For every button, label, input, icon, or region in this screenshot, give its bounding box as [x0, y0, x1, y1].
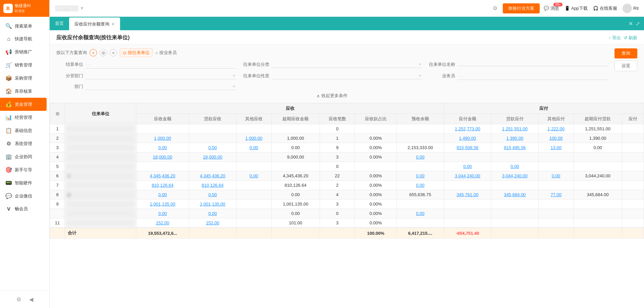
ap-amount-link[interactable]: 1,252,773.00 [455, 126, 480, 131]
ar-loan-link[interactable]: 4,345,436.20 [200, 173, 225, 178]
tab-close-icon[interactable]: ✕ [111, 22, 115, 27]
ar-loan-cell: 4,345,436.20 [189, 171, 236, 181]
ap-amount-link[interactable]: 3,044,240.00 [455, 173, 480, 178]
ap-loan-link[interactable]: 345,684.00 [504, 192, 526, 197]
ar-loan-header: 贷款应收 [189, 114, 236, 124]
ap-amount-link[interactable]: 1,490.00 [459, 136, 476, 141]
sidebar-item-inventory[interactable]: 🏠 库存核算 [0, 85, 49, 98]
ar-loan-link[interactable]: 152.00 [206, 220, 219, 225]
refresh-button[interactable]: ↺ 刷新 [624, 35, 637, 41]
footer-ar-ratio: 100.00% [355, 228, 396, 238]
setting-button[interactable]: 设置 [614, 60, 637, 71]
ap-other-link[interactable]: 1,222.00 [547, 126, 565, 131]
ap-other-link[interactable]: 13.00 [550, 145, 561, 150]
sidebar-item-hardware[interactable]: 📟 智能硬件 [0, 176, 49, 189]
sidebar-logo: B 畅捷通叫 标准版 [0, 0, 49, 17]
online-service-button[interactable]: 🎧 在线客服 [593, 5, 617, 11]
ar-loan-link[interactable]: 810,126.64 [202, 183, 223, 188]
ar-other-link[interactable]: 0.00 [250, 145, 258, 150]
ap-other-link[interactable]: 77.00 [550, 192, 561, 197]
wanglai-name-input[interactable] [458, 63, 608, 66]
wanglai-fenlei-input[interactable]: ▼ [272, 61, 422, 68]
ap-amount-link[interactable]: 0.00 [463, 164, 472, 169]
ap-loan-link[interactable]: 3,044,240.00 [502, 173, 528, 178]
sidebar-item-wechat[interactable]: 💬 企业微信 [0, 189, 49, 203]
resize-window-icon[interactable]: ⤢ [636, 20, 640, 27]
ap-group-header: 应付 [444, 103, 644, 114]
collapse-more-button[interactable]: ∧ 收起更多条件 [56, 93, 608, 99]
table-container[interactable]: ⚙ 往来单位 应收 应付 应收金额 贷款应收 其他应收 超期应收金额 应收笔数 … [50, 103, 644, 308]
ap-amount-link[interactable]: 345,761.00 [457, 192, 478, 197]
filter-scheme-option-salesperson[interactable]: ○ 按业务员 [155, 50, 177, 56]
ar-other-link[interactable]: 1,000.00 [245, 136, 262, 141]
sidebar-collapse-button[interactable]: ◀ [26, 294, 37, 305]
sidebar-item-purchase[interactable]: 📦 采购管理 [0, 72, 49, 85]
ar-prepaid-link[interactable]: 0.00 [416, 211, 424, 216]
ap-other-link[interactable]: 0.00 [552, 173, 560, 178]
ar-loan-link[interactable]: 0.00 [208, 145, 217, 150]
service-icon: 🎧 [593, 6, 598, 11]
sidebar-item-marketing[interactable]: 📢 营销推广 [0, 45, 49, 58]
ar-other-link[interactable]: 0.00 [250, 173, 258, 178]
ar-amount-link[interactable]: 1,000.00 [154, 136, 171, 141]
ar-loan-link[interactable]: 0.00 [208, 192, 217, 197]
ap-amount-cell [444, 218, 491, 228]
ar-prepaid-link[interactable]: 0.00 [416, 173, 424, 178]
message-button[interactable]: 💬 消息 99+ [544, 5, 559, 11]
ar-amount-link[interactable]: 0.00 [158, 192, 167, 197]
nature-input[interactable]: ▼ [272, 73, 422, 79]
ap-loan-link[interactable]: 915,495.56 [504, 145, 526, 150]
ap-loan-link[interactable]: 1,390.00 [506, 136, 524, 141]
ar-loan-link[interactable]: 18,000.00 [203, 155, 222, 160]
ar-loan-link[interactable]: 1,001,135.00 [200, 202, 225, 207]
salesperson-input[interactable]: ··· [458, 72, 608, 80]
ap-last-cell [622, 162, 644, 171]
user-avatar[interactable]: Rit [623, 4, 639, 13]
ar-amount-link[interactable]: 0.00 [158, 145, 167, 150]
tab-home[interactable]: 首页 [50, 17, 69, 30]
jiesuan-input[interactable]: ··· [86, 60, 236, 69]
sidebar-item-base-info[interactable]: 📋 基础信息 [0, 124, 49, 137]
filter-scheme-button[interactable]: ◎ [100, 49, 107, 56]
ar-amount-link[interactable]: 1,001,135.00 [150, 202, 175, 207]
sidebar-item-sales[interactable]: 🛒 销售管理 [0, 58, 49, 72]
sidebar-settings-button[interactable]: ⚙ [13, 294, 24, 305]
fenguan-input[interactable]: ▼ [86, 73, 236, 79]
close-window-icon[interactable]: ✕ [629, 20, 633, 27]
filter-scheme-tag-partner[interactable]: ⊙ 按往来单位 [120, 48, 153, 57]
ar-amount-link[interactable]: 810,126.64 [152, 183, 173, 188]
ar-prepaid-link[interactable]: 0.00 [416, 183, 424, 188]
ar-overdue-cell: 0.00 [271, 190, 320, 200]
gear-icon[interactable]: ⚙ [491, 4, 499, 13]
ar-amount-link[interactable]: 18,000.00 [153, 155, 172, 160]
ar-prepaid-link[interactable]: 0.00 [416, 155, 424, 160]
filter-add-button[interactable]: + [90, 49, 97, 56]
solution-button[interactable]: 体验行业方案 [503, 3, 540, 13]
tab-ar-ap[interactable]: 应收应付余额查询 ✕ [69, 17, 120, 31]
ap-other-link[interactable]: 100.00 [549, 136, 563, 141]
ar-amount-link[interactable]: 152.00 [156, 220, 169, 225]
sidebar-item-finance[interactable]: 💰 资金管理 [0, 98, 47, 111]
ar-loan-link[interactable]: 0.00 [208, 211, 217, 216]
ar-amount-link[interactable]: 4,345,436.20 [150, 173, 175, 178]
query-button[interactable]: 查询 [614, 48, 637, 58]
ap-loan-link[interactable]: 0.00 [511, 164, 519, 169]
sidebar-item-enterprise[interactable]: 🏢 企业协同 [0, 150, 49, 163]
sidebar-item-guide[interactable]: 🎯 新手引导 [0, 163, 49, 176]
filter-collapse-button[interactable]: « [110, 49, 117, 56]
sidebar-item-system[interactable]: ⚙ 系统管理 [0, 137, 49, 150]
ap-last-header: 应付 [622, 114, 644, 124]
sidebar-item-quick-nav[interactable]: ⌂ 快捷导航 [0, 33, 49, 45]
dept-input[interactable]: ▼ [86, 83, 236, 90]
table-settings-icon[interactable]: ⚙ [53, 109, 62, 119]
ap-loan-link[interactable]: 1,251,551.00 [502, 126, 528, 131]
sidebar-item-operation[interactable]: 📊 经营管理 [0, 111, 49, 124]
app-download-button[interactable]: 📱 App下载 [565, 5, 588, 11]
sidebar-item-search-menu[interactable]: 🔍 搜索菜单 [0, 19, 49, 33]
ap-amount-link[interactable]: 915,508.56 [457, 145, 478, 150]
sidebar-item-member[interactable]: V 畅会员 [0, 203, 49, 215]
collapse-more-icon: ∧ [317, 93, 320, 98]
table-row: 8 p 0.00 0.00 0.00 4 0.00% 655,636.75 34… [50, 190, 644, 200]
ar-amount-link[interactable]: 0.00 [158, 211, 167, 216]
export-button[interactable]: ↑ 导出 [609, 35, 621, 41]
